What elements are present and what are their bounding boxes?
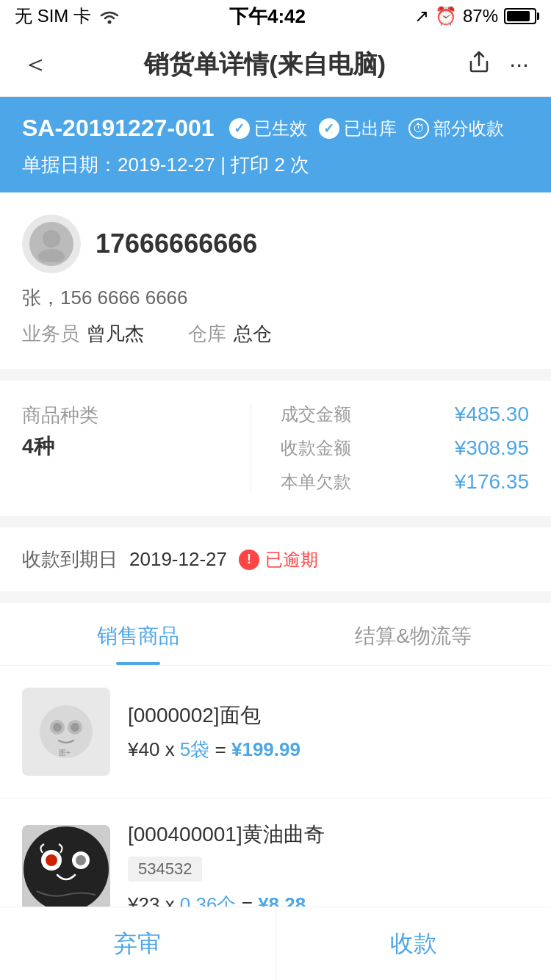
product-price-bread: ¥40 x 5袋 = ¥199.99 [128,737,529,763]
customer-section: 17666666666 张，156 6666 6666 业务员 曾凡杰 仓库 总… [0,192,551,369]
clock-icon: ⏱ [408,118,429,139]
carrier-text: 无 SIM 卡 [15,4,91,28]
sales-rep-value: 曾凡杰 [87,321,144,347]
location-icon: ↗ [414,6,429,26]
sales-rep-label: 业务员 [22,321,79,347]
product-types-stat: 商品种类 4种 [22,403,251,494]
product-types-label: 商品种类 [22,403,228,428]
status-bar: 无 SIM 卡 下午4:42 ↗ ⏰ 87% [0,0,551,32]
product-sku-cookie: 534532 [128,857,202,882]
product-qty-bread: 5袋 [180,738,209,760]
wifi-icon [98,8,120,24]
product-info-cookie: [000400001]黄油曲奇 534532 ¥23 x 0.36个 = ¥8.… [128,821,529,918]
overdue-text: 已逾期 [265,548,318,572]
product-types-value: 4种 [22,433,228,461]
status-badges: ✓ 已生效 ✓ 已出库 ⏱ 部分收款 [229,117,504,140]
deal-amount-value: ¥485.30 [455,403,529,426]
customer-phone: 17666666666 [96,228,257,259]
svg-point-7 [71,723,79,732]
due-date-section: 收款到期日 2019-12-27 ! 已逾期 [0,527,551,591]
nav-bar: ＜ 销货单详情(来自电脑) ··· [0,32,551,97]
order-header-banner: SA-20191227-001 ✓ 已生效 ✓ 已出库 ⏱ 部分收款 单据日期：… [0,97,551,192]
svg-point-6 [53,723,62,732]
status-right: ↗ ⏰ 87% [414,6,536,26]
product-thumbnail-cookie [22,825,110,913]
received-amount-label: 收款金额 [281,436,351,460]
product-info-bread: [0000002]面包 ¥40 x 5袋 = ¥199.99 [128,702,529,763]
status-left: 无 SIM 卡 [15,4,120,28]
product-total-bread: ¥199.99 [231,738,300,760]
tab-settlement[interactable]: 结算&物流等 [276,603,551,665]
product-thumbnail-bread: 图+ [22,688,110,776]
overdue-icon: ! [239,550,259,570]
svg-text:图+: 图+ [59,749,71,757]
product-name-bread: [0000002]面包 [128,702,529,729]
avatar [22,215,81,273]
svg-point-11 [46,854,57,866]
owed-amount-value: ¥176.35 [455,470,529,494]
amount-stats: 成交金额 ¥485.30 收款金额 ¥308.95 本单欠款 ¥176.35 [251,403,529,494]
product-name-cookie: [000400001]黄油曲奇 [128,821,529,849]
due-date-label: 收款到期日 [22,547,118,572]
battery-percent: 87% [463,6,498,26]
nav-actions: ··· [467,49,529,80]
status-shipped: ✓ 已出库 [319,117,397,140]
status-partial-payment: ⏱ 部分收款 [408,117,504,140]
collect-payment-button[interactable]: 收款 [276,907,552,980]
received-amount-value: ¥308.95 [455,436,529,460]
owed-amount-label: 本单欠款 [281,470,351,494]
customer-meta: 业务员 曾凡杰 仓库 总仓 [22,321,529,347]
due-date-value: 2019-12-27 [129,548,227,571]
back-button[interactable]: ＜ [22,46,48,82]
products-section: 图+ [0000002]面包 ¥40 x 5袋 = ¥199.99 [0,666,551,940]
doc-date: 单据日期：2019-12-27 | 打印 2 次 [22,152,529,178]
deal-amount-label: 成交金额 [281,403,351,426]
warehouse-value: 总仓 [234,321,272,347]
check-icon-shipped: ✓ [319,118,339,139]
bottom-bar: 弃审 收款 [0,907,551,980]
customer-row: 17666666666 [22,215,529,273]
product-item: 图+ [0000002]面包 ¥40 x 5袋 = ¥199.99 [0,666,551,799]
svg-point-0 [108,21,112,24]
warehouse-label: 仓库 [188,321,226,347]
owed-amount-row: 本单欠款 ¥176.35 [281,470,529,494]
status-effective: ✓ 已生效 [229,117,307,140]
deal-amount-row: 成交金额 ¥485.30 [281,403,529,426]
svg-point-1 [43,230,60,248]
cancel-review-button[interactable]: 弃审 [0,907,276,980]
stats-section: 商品种类 4种 成交金额 ¥485.30 收款金额 ¥308.95 本单欠款 ¥… [0,381,551,516]
alarm-icon: ⏰ [435,6,457,26]
avatar-icon [29,222,73,266]
svg-point-9 [24,826,109,912]
svg-point-2 [38,249,65,262]
status-time: 下午4:42 [229,4,306,29]
check-icon-effective: ✓ [229,118,250,139]
received-amount-row: 收款金额 ¥308.95 [281,436,529,460]
share-button[interactable] [467,49,491,80]
svg-point-13 [76,855,86,865]
banner-row1: SA-20191227-001 ✓ 已生效 ✓ 已出库 ⏱ 部分收款 [22,115,529,142]
battery-icon [504,8,536,24]
tab-sales-products[interactable]: 销售商品 [0,603,276,665]
order-id: SA-20191227-001 [22,115,215,142]
customer-name: 张，156 6666 6666 [22,285,529,311]
more-button[interactable]: ··· [509,51,529,78]
warehouse: 仓库 总仓 [188,321,272,347]
overdue-badge: ! 已逾期 [239,548,318,572]
page-title: 销货单详情(来自电脑) [63,48,467,82]
tabs-row: 销售商品 结算&物流等 [0,603,551,665]
tabs-section: 销售商品 结算&物流等 [0,603,551,666]
sales-rep: 业务员 曾凡杰 [22,321,144,347]
